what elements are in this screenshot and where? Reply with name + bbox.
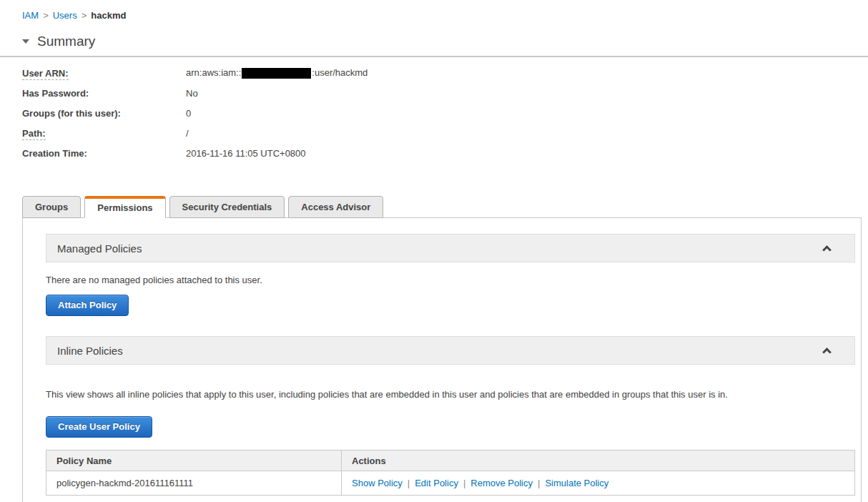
breadcrumb: IAM>Users>hackmd — [0, 0, 868, 21]
create-user-policy-button[interactable]: Create User Policy — [46, 416, 152, 438]
simulate-policy-link[interactable]: Simulate Policy — [545, 478, 608, 488]
collapse-chevron-icon[interactable] — [822, 348, 832, 357]
summary-row-user-arn: User ARN: arn:aws:iam:::user/hackmd — [22, 63, 868, 83]
has-password-label: Has Password: — [22, 88, 186, 99]
breadcrumb-link-users[interactable]: Users — [53, 10, 77, 21]
user-arn-prefix: arn:aws:iam:: — [186, 67, 241, 78]
path-tooltip-trigger[interactable]: Path: — [22, 128, 46, 140]
breadcrumb-separator: > — [82, 10, 87, 21]
inline-policies-title: Inline Policies — [57, 345, 824, 357]
managed-policies-title: Managed Policies — [57, 242, 824, 255]
actions-separator: | — [408, 478, 410, 488]
remove-policy-link[interactable]: Remove Policy — [470, 478, 533, 488]
policy-name-cell: policygen-hackmd-201611161111 — [46, 471, 342, 496]
edit-policy-link[interactable]: Edit Policy — [415, 478, 458, 488]
tab-security-credentials[interactable]: Security Credentials — [169, 196, 285, 218]
tab-groups[interactable]: Groups — [22, 196, 81, 218]
redacted-account-id — [242, 68, 311, 79]
user-arn-tooltip-trigger[interactable]: User ARN: — [22, 68, 69, 80]
attach-policy-button[interactable]: Attach Policy — [46, 295, 129, 316]
summary-title: Summary — [37, 34, 95, 49]
collapse-triangle-icon — [22, 39, 29, 44]
managed-policies-section: Managed Policies There are no managed po… — [46, 234, 855, 316]
summary-row-path: Path: / — [22, 123, 868, 143]
tab-permissions[interactable]: Permissions — [84, 196, 165, 218]
groups-count-label: Groups (for this user): — [22, 108, 186, 119]
breadcrumb-current-user: hackmd — [91, 10, 126, 21]
managed-policies-body: There are no managed policies attached t… — [46, 262, 855, 316]
tab-bar: Groups Permissions Security Credentials … — [22, 196, 868, 218]
show-policy-link[interactable]: Show Policy — [352, 478, 403, 488]
summary-fields: User ARN: arn:aws:iam:::user/hackmd Has … — [22, 63, 868, 163]
inline-policies-body: This view shows all inline policies that… — [46, 365, 855, 496]
path-label: Path: — [22, 128, 186, 139]
summary-row-groups: Groups (for this user): 0 — [22, 103, 868, 123]
creation-time-value: 2016-11-16 11:05 UTC+0800 — [186, 148, 306, 159]
path-value: / — [186, 128, 189, 139]
inline-policies-table: Policy Name Actions policygen-hackmd-201… — [46, 450, 855, 496]
user-arn-suffix: :user/hackmd — [312, 67, 368, 78]
inline-policies-section: Inline Policies This view shows all inli… — [46, 336, 855, 496]
inline-policies-header[interactable]: Inline Policies — [46, 336, 855, 365]
managed-policies-empty-text: There are no managed policies attached t… — [46, 275, 855, 286]
collapse-chevron-icon[interactable] — [822, 245, 832, 255]
table-header-row: Policy Name Actions — [46, 451, 855, 471]
actions-column-header: Actions — [342, 451, 855, 471]
table-row: policygen-hackmd-201611161111 Show Polic… — [46, 471, 855, 496]
creation-time-label: Creation Time: — [22, 148, 186, 159]
inline-policies-description: This view shows all inline policies that… — [46, 389, 855, 400]
summary-divider — [0, 56, 868, 57]
tab-access-advisor[interactable]: Access Advisor — [288, 196, 383, 218]
policy-name-column-header: Policy Name — [46, 451, 342, 471]
summary-section-toggle[interactable]: Summary — [22, 33, 868, 50]
permissions-tab-panel: Managed Policies There are no managed po… — [22, 217, 862, 502]
has-password-value: No — [186, 88, 198, 99]
breadcrumb-link-iam[interactable]: IAM — [22, 10, 39, 21]
user-arn-value: arn:aws:iam:::user/hackmd — [186, 67, 368, 79]
actions-separator: | — [463, 478, 465, 488]
managed-policies-header[interactable]: Managed Policies — [46, 234, 855, 262]
actions-separator: | — [538, 478, 540, 488]
policy-actions-cell: Show Policy|Edit Policy|Remove Policy|Si… — [342, 471, 855, 496]
breadcrumb-separator: > — [43, 10, 49, 21]
user-arn-label: User ARN: — [22, 68, 186, 79]
groups-count-value: 0 — [186, 108, 191, 119]
summary-row-creation-time: Creation Time: 2016-11-16 11:05 UTC+0800 — [22, 143, 868, 163]
summary-row-has-password: Has Password: No — [22, 83, 868, 103]
